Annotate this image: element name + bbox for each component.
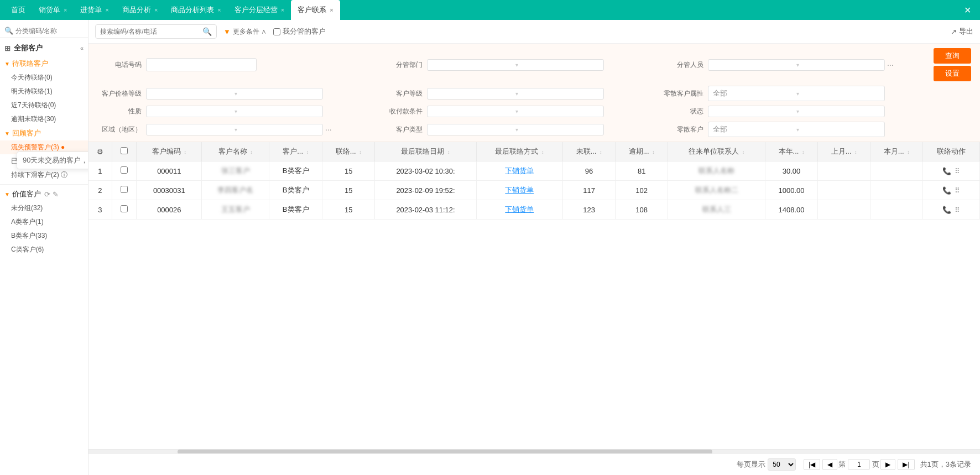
tab-home[interactable]: 首页	[4, 5, 32, 15]
filter-select-dept[interactable]: ▾	[427, 59, 604, 71]
sidebar-item-unclassified[interactable]: 未分组(32)	[0, 201, 88, 215]
window-close-button[interactable]: ✕	[960, 5, 976, 15]
td-last-method-2[interactable]: 下销货单	[476, 181, 562, 200]
filter-region-dots[interactable]: ···	[325, 125, 332, 134]
sort-icon-current-year[interactable]: ↕	[802, 149, 805, 155]
tab-sales-label: 销货单	[39, 5, 60, 15]
sidebar-item-today[interactable]: 今天待联络(0)	[0, 71, 88, 85]
tab-purchase[interactable]: 进货单 ×	[74, 0, 115, 20]
filter-input-phone[interactable]	[146, 58, 257, 71]
tab-sales[interactable]: 销货单 ×	[32, 0, 74, 20]
toolbar-search-input[interactable]	[100, 28, 200, 35]
sort-icon-last-date[interactable]: ↕	[447, 149, 450, 155]
td-code-1: 000011	[137, 161, 202, 181]
sidebar-item-7days[interactable]: 近7天待联络(0)	[0, 98, 88, 112]
filter-person-dots[interactable]: ···	[887, 60, 894, 69]
sidebar-value-edit-icon[interactable]: ✎	[53, 190, 59, 199]
sidebar-collapse-icon[interactable]: «	[80, 45, 84, 51]
sidebar-item-declining[interactable]: 持续下滑客户(2) ⓘ	[0, 168, 88, 182]
first-page-button[interactable]: |◀	[804, 459, 820, 470]
row-checkbox-3[interactable]	[121, 205, 128, 212]
action-more-2[interactable]: ⠿	[955, 186, 960, 195]
sidebar-item-class-b[interactable]: B类客户(33)	[0, 229, 88, 243]
sidebar-group-pending[interactable]: ▼ 待联络客户	[0, 56, 88, 71]
tab-analysis-close[interactable]: ×	[154, 7, 158, 13]
filter-select-status[interactable]: ▾	[708, 106, 885, 117]
filter-select-price-level[interactable]: ▾	[146, 88, 323, 100]
horizontal-scrollbar[interactable]	[88, 449, 980, 453]
action-more-1[interactable]: ⠿	[955, 167, 960, 175]
tab-customer-layer[interactable]: 客户分层经营 ×	[228, 0, 291, 20]
last-page-button[interactable]: ▶|	[898, 459, 914, 470]
my-customers-checkbox[interactable]	[273, 28, 280, 35]
settings-button[interactable]: 设置	[934, 66, 971, 81]
filter-select-retail-attr[interactable]: 全部 ▾	[708, 86, 885, 101]
sort-icon-type[interactable]: ↕	[306, 149, 309, 155]
link-method-2[interactable]: 下销货单	[505, 186, 534, 194]
td-check-2[interactable]	[112, 181, 137, 200]
th-checkbox[interactable]	[112, 142, 137, 161]
td-check-1[interactable]	[112, 161, 137, 181]
action-call-2[interactable]: 📞	[942, 186, 951, 195]
filter-select-customer-type[interactable]: ▾	[427, 124, 604, 135]
select-all-checkbox[interactable]	[121, 147, 128, 154]
action-more-3[interactable]: ⠿	[955, 206, 960, 214]
td-last-method-1[interactable]: 下销货单	[476, 161, 562, 181]
tab-customer-layer-close[interactable]: ×	[281, 7, 284, 13]
th-settings[interactable]: ⚙	[88, 142, 112, 161]
sort-icon-uncontacted[interactable]: ↕	[600, 149, 602, 155]
current-page-input[interactable]	[848, 459, 870, 470]
td-last-method-3[interactable]: 下销货单	[476, 200, 562, 220]
toolbar-search-icon[interactable]: 🔍	[202, 27, 212, 36]
sort-icon-contact[interactable]: ↕	[359, 149, 362, 155]
td-check-3[interactable]	[112, 200, 137, 220]
filter-select-customer-level[interactable]: ▾	[427, 88, 604, 100]
tab-analysis-list[interactable]: 商品分析列表 ×	[164, 0, 227, 20]
td-uncontacted-3: 123	[563, 200, 616, 220]
query-button[interactable]: 查询	[934, 48, 971, 64]
tab-sales-close[interactable]: ×	[64, 7, 67, 13]
filter-select-payment[interactable]: ▾	[427, 106, 604, 117]
sort-icon-current-month[interactable]: ↕	[907, 149, 910, 155]
toolbar-export-button[interactable]: ↗ 导出	[951, 27, 973, 36]
sidebar-group-review[interactable]: ▼ 回顾客户	[0, 126, 88, 140]
toolbar-filter-button[interactable]: ▼ 更多条件 ∧	[223, 27, 267, 36]
tab-analysis[interactable]: 商品分析 ×	[116, 0, 164, 20]
sort-icon-contact-person[interactable]: ↕	[742, 149, 745, 155]
tab-purchase-close[interactable]: ×	[105, 7, 108, 13]
sidebar-group-value[interactable]: ▼ 价值客户 ⟳ ✎	[0, 187, 88, 201]
sidebar-item-overdue[interactable]: 逾期未联络(30)	[0, 112, 88, 126]
sidebar-search-container: 🔍	[0, 24, 88, 38]
next-page-button[interactable]: ▶	[880, 459, 895, 470]
contact-person-3: 联系人三	[702, 205, 731, 213]
prev-page-button[interactable]: ◀	[822, 459, 837, 470]
tab-customer-contact[interactable]: 客户联系 ×	[291, 0, 340, 20]
sort-icon-overdue[interactable]: ↕	[652, 149, 655, 155]
filter-select-nature[interactable]: ▾	[146, 106, 323, 117]
filter-label-price-level: 客户价格等级	[97, 89, 142, 98]
link-method-3[interactable]: 下销货单	[505, 205, 534, 213]
sort-icon-last-method[interactable]: ↕	[541, 149, 544, 155]
sort-icon-name[interactable]: ↕	[250, 149, 253, 155]
sidebar-search-input[interactable]	[15, 27, 84, 35]
filter-select-retail-attr-value: 全部	[713, 88, 796, 98]
sort-icon-code[interactable]: ↕	[184, 149, 186, 155]
filter-select-region[interactable]: ▾	[146, 124, 323, 135]
filter-select-retail-customer[interactable]: 全部 ▾	[708, 122, 885, 137]
sidebar-value-refresh-icon[interactable]: ⟳	[44, 190, 50, 199]
row-checkbox-2[interactable]	[121, 186, 128, 193]
tab-analysis-list-close[interactable]: ×	[217, 7, 221, 13]
th-current-year: 本年... ↕	[765, 142, 817, 161]
sidebar-item-class-a[interactable]: A类客户(1)	[0, 215, 88, 229]
sidebar-item-class-c[interactable]: C类客户(6)	[0, 243, 88, 257]
per-page-select[interactable]: 50 100 200	[768, 458, 796, 471]
sidebar-item-tomorrow[interactable]: 明天待联络(1)	[0, 85, 88, 98]
row-checkbox-1[interactable]	[121, 166, 128, 174]
filter-select-person[interactable]: ▾	[708, 59, 885, 71]
action-call-1[interactable]: 📞	[942, 167, 951, 175]
sort-icon-last-month[interactable]: ↕	[854, 149, 857, 155]
link-method-1[interactable]: 下销货单	[505, 166, 534, 175]
sidebar-all-customers[interactable]: ⊞ 全部客户 «	[0, 40, 88, 56]
action-call-3[interactable]: 📞	[942, 206, 951, 214]
tab-customer-contact-close[interactable]: ×	[330, 7, 333, 13]
